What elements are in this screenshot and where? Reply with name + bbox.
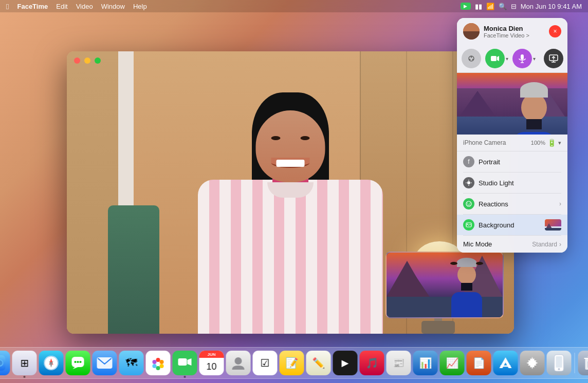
svg-point-43 [153, 360, 157, 364]
reactions-label: Reactions [479, 200, 508, 208]
svg-point-13 [467, 181, 470, 184]
dock-icon-photos[interactable] [146, 351, 171, 375]
screen-share-icon [544, 49, 563, 68]
battery-indicator: 100% 🔋 ▾ [531, 139, 561, 147]
dock-icon-finder[interactable] [0, 351, 10, 375]
dock-icon-facetime[interactable] [173, 351, 197, 375]
minimize-button[interactable] [84, 58, 90, 64]
dock-icon-calendar[interactable]: JUN 10 [199, 351, 224, 375]
portrait-menu-item[interactable]: f Portrait [457, 151, 567, 172]
preview-person [511, 78, 557, 135]
dock-icon-messages[interactable] [66, 351, 90, 375]
dock-icon-contacts[interactable] [226, 351, 251, 375]
svg-marker-33 [73, 367, 78, 369]
reactions-menu-item[interactable]: Reactions › [457, 194, 567, 214]
main-person [182, 87, 398, 334]
studio-light-icon [463, 177, 474, 188]
menubar-right: ▶ ▮▮ 📶 🔍 ⊟ Mon Jun 10 9:41 AM [461, 3, 582, 10]
menubar-window[interactable]: Window [101, 3, 125, 10]
dock-icon-pages[interactable]: 📄 [467, 351, 491, 375]
svg-point-44 [157, 362, 160, 366]
bg-thumb-water [545, 228, 561, 231]
menubar-help[interactable]: Help [133, 3, 147, 10]
svg-rect-6 [521, 54, 524, 60]
panel-header: Monica Dien FaceTime Video > × [457, 18, 567, 45]
background-right [545, 219, 561, 231]
menubar-left:  FaceTime Edit Video Window Help [6, 2, 147, 11]
panel-close-button[interactable]: × [549, 25, 561, 37]
dock-icon-launchpad[interactable]: ⊞ [12, 351, 37, 375]
svg-point-40 [160, 364, 164, 368]
svg-point-42 [153, 364, 157, 368]
svg-point-1 [470, 56, 472, 58]
dock-icon-freeform[interactable]: ✏️ [306, 351, 331, 375]
small-video-person [446, 256, 487, 317]
bg-thumb-sky [545, 219, 561, 226]
control-center-icon[interactable]: ⊟ [511, 3, 517, 10]
dock-icon-appletv[interactable]: ▶ [333, 351, 358, 375]
svg-point-47 [235, 357, 242, 365]
preview-person-hair [520, 82, 548, 98]
dock-icon-mail[interactable] [93, 351, 117, 375]
mic-mode-menu-item[interactable]: Mic Mode Standard › [457, 236, 567, 253]
panel-user-name: Monica Dien [484, 25, 529, 32]
menubar-video[interactable]: Video [76, 3, 93, 10]
background-thumbnail [545, 219, 561, 231]
dock-icon-appstore[interactable] [493, 351, 518, 375]
reactions-chevron: › [559, 200, 561, 207]
svg-rect-45 [178, 358, 187, 366]
mic-mode-item-left: Mic Mode [463, 240, 492, 248]
dock-icon-trash[interactable] [578, 351, 589, 375]
mic-mode-chevron: › [559, 241, 561, 248]
mic-button[interactable]: ▾ [512, 49, 536, 68]
effects-icon [462, 49, 481, 68]
studio-light-menu-item[interactable]: Studio Light [457, 173, 567, 193]
dock-icon-settings[interactable] [520, 351, 545, 375]
panel-user: Monica Dien FaceTime Video > [463, 23, 529, 40]
camera-header: iPhone Camera 100% 🔋 ▾ [457, 135, 567, 151]
studio-light-label: Studio Light [479, 179, 514, 187]
svg-point-3 [472, 59, 473, 61]
fullscreen-button[interactable] [95, 58, 101, 64]
dock-icon-news[interactable]: 📰 [387, 351, 411, 375]
background-item-left: Background [463, 219, 514, 231]
facetime-status-icon: ▶ [461, 3, 471, 10]
battery-icon-panel: 🔋 [547, 139, 556, 147]
svg-point-18 [466, 201, 471, 206]
video-chevron: ▾ [506, 56, 508, 62]
dock-icon-safari[interactable] [39, 351, 64, 375]
dock: ⊞ 🗺 [0, 347, 588, 379]
dock-icon-music[interactable]: 🎵 [360, 351, 384, 375]
camera-label: iPhone Camera [463, 139, 506, 146]
svg-point-41 [156, 366, 160, 370]
apple-menu[interactable]:  [6, 2, 9, 11]
facetime-window [67, 51, 514, 334]
dock-icon-numbers[interactable]: 📈 [440, 351, 465, 375]
small-video-thumbnail [385, 252, 504, 318]
menubar-app-name[interactable]: FaceTime [17, 3, 48, 10]
facetime-running-dot [184, 376, 186, 378]
launchpad-running-dot [24, 376, 26, 378]
dock-icon-iphone[interactable] [547, 351, 572, 375]
svg-point-20 [469, 203, 470, 204]
menubar-edit[interactable]: Edit [56, 3, 67, 10]
preview-person-head [521, 93, 547, 122]
background-menu-item[interactable]: Background [457, 215, 567, 235]
video-button[interactable]: ▾ [485, 49, 508, 68]
battery-percent: 100% [531, 140, 545, 146]
dock-icon-keynote[interactable]: 📊 [413, 351, 438, 375]
svg-rect-4 [491, 56, 497, 61]
svg-point-39 [160, 360, 164, 364]
effects-button[interactable] [462, 49, 481, 68]
screen-share-button[interactable] [544, 49, 563, 68]
svg-rect-53 [585, 358, 589, 370]
control-buttons-row: ▾ ▾ [457, 45, 567, 73]
dock-icon-maps[interactable]: 🗺 [119, 351, 144, 375]
svg-point-38 [156, 358, 160, 362]
dock-icon-notes[interactable]: 📝 [280, 351, 304, 375]
mic-mode-label: Mic Mode [463, 240, 492, 248]
close-button[interactable] [74, 58, 80, 64]
dock-icon-reminders[interactable]: ☑ [253, 351, 278, 375]
search-icon[interactable]: 🔍 [499, 3, 507, 10]
small-person-body [451, 292, 482, 318]
